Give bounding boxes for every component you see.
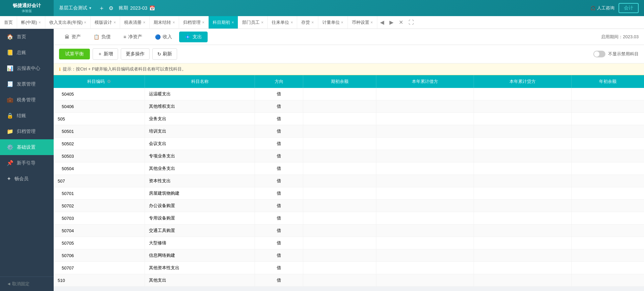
- sub-nav: 🏛 资产 📋 负债 ≡ 净资产 🔵 收入 💠 支出 启用期间：2023.03: [54, 29, 644, 45]
- tab-prev-button[interactable]: ◀: [377, 16, 387, 29]
- table-row[interactable]: 50704 交通工具购置 借: [54, 225, 644, 237]
- cell-code: 507: [54, 175, 145, 187]
- sidebar-item-home[interactable]: 🏠 首页: [0, 29, 54, 45]
- add-company-icon[interactable]: ＋: [99, 4, 105, 12]
- sidebar-item-label: 结账: [17, 113, 26, 119]
- sidebar-item-label: 税务管理: [17, 97, 36, 103]
- cell-name: 专用设备购置: [145, 212, 255, 225]
- close-icon[interactable]: ×: [290, 20, 293, 25]
- tab-midterm[interactable]: 帐(中期) ×: [17, 16, 45, 29]
- table-row[interactable]: 505 业务支出 借: [54, 113, 644, 125]
- cell-ytd-credit: [474, 175, 572, 187]
- tab-home[interactable]: 首页: [0, 16, 17, 29]
- close-icon[interactable]: ×: [39, 20, 41, 25]
- cell-year-opening: [572, 162, 644, 175]
- table-row[interactable]: 50703 专用设备购置 借: [54, 212, 644, 225]
- table-row[interactable]: 50504 其他业务支出 借: [54, 162, 644, 175]
- cell-direction: 借: [255, 249, 303, 262]
- tab-template[interactable]: 模版设计 ×: [91, 16, 120, 29]
- sidebar-item-ledger[interactable]: 📒 总账: [0, 45, 54, 60]
- sidebar-item-closing[interactable]: 🔒 结账: [0, 108, 54, 124]
- sub-tab-expense[interactable]: 💠 支出: [179, 32, 208, 42]
- table-row[interactable]: 510 其他支出 借: [54, 274, 644, 287]
- sidebar-pin-button[interactable]: ◄ 取消固定: [0, 277, 54, 291]
- add-button[interactable]: ＋ 新增: [93, 48, 118, 60]
- cell-code: 50405: [54, 88, 145, 100]
- tab-tax-list[interactable]: 税表清册 ×: [120, 16, 150, 29]
- sidebar-item-settings[interactable]: ⚙️ 基础设置: [0, 139, 54, 155]
- close-icon[interactable]: ×: [371, 20, 373, 25]
- cell-direction: 借: [255, 162, 303, 175]
- tab-partners[interactable]: 往来单位 ×: [268, 16, 297, 29]
- company-selector[interactable]: 基层工会测试 ▾: [59, 5, 93, 11]
- table-row[interactable]: 507 资本性支出 借: [54, 175, 644, 187]
- sidebar-item-member[interactable]: ✦ 畅会员: [0, 171, 54, 187]
- col-ytd-credit: 本年累计贷方: [474, 75, 572, 88]
- tab-inventory[interactable]: 存货 ×: [297, 16, 318, 29]
- close-icon[interactable]: ×: [84, 20, 86, 25]
- cell-code: 50705: [54, 237, 145, 249]
- table-row[interactable]: 50706 信息网络购建 借: [54, 249, 644, 262]
- tab-period-carry[interactable]: 期末结转 ×: [150, 16, 179, 29]
- expense-icon: 💠: [185, 34, 191, 40]
- cell-opening-balance: [303, 175, 376, 187]
- sub-tab-net-asset[interactable]: ≡ 净资产: [118, 32, 148, 42]
- sub-tab-asset[interactable]: 🏛 资产: [59, 32, 87, 42]
- sub-tab-liability[interactable]: 📋 负债: [88, 32, 116, 42]
- table-row[interactable]: 50705 大型修缮 借: [54, 237, 644, 249]
- tab-income-report[interactable]: 收入支出表(年报) ×: [45, 16, 91, 29]
- service-button[interactable]: 🎧 人工咨询: [590, 5, 614, 11]
- tab-label: 归档管理: [183, 19, 201, 26]
- refresh-button[interactable]: ↻ 刷新: [152, 48, 177, 60]
- table-row[interactable]: 50503 专项业务支出 借: [54, 150, 644, 162]
- table-row[interactable]: 50502 会议支出 借: [54, 138, 644, 150]
- pin-label: ◄ 取消固定: [7, 281, 30, 287]
- close-icon[interactable]: ×: [231, 20, 234, 25]
- tab-currency[interactable]: 币种设置 ×: [348, 16, 377, 29]
- tab-label: 模版设计: [95, 19, 112, 26]
- table-row[interactable]: 50707 其他资本性支出 借: [54, 262, 644, 274]
- cell-ytd-debit: [376, 262, 474, 274]
- sub-tab-income[interactable]: 🔵 收入: [149, 32, 178, 42]
- close-icon[interactable]: ×: [143, 20, 145, 25]
- cell-name: 交通工具购置: [145, 225, 255, 237]
- table-row[interactable]: 50701 房屋建筑物购建 借: [54, 187, 644, 200]
- tab-next-button[interactable]: ▶: [387, 16, 396, 29]
- subject-table: 科目编码 ⚙ 科目名称 方向 期初余额 本年累计借方 本年累计贷方 年初余额 5…: [54, 75, 644, 287]
- close-icon[interactable]: ×: [311, 20, 314, 25]
- account-button[interactable]: 会计: [619, 3, 639, 13]
- close-icon[interactable]: ×: [261, 20, 263, 25]
- close-icon[interactable]: ×: [341, 20, 343, 25]
- sidebar-item-archive[interactable]: 📁 归档管理: [0, 124, 54, 139]
- sidebar-item-guide[interactable]: 📌 新手引导: [0, 155, 54, 171]
- cell-opening-balance: [303, 88, 376, 100]
- more-button[interactable]: 更多操作: [121, 48, 150, 60]
- tab-archive[interactable]: 归档管理 ×: [179, 16, 209, 29]
- close-icon[interactable]: ×: [113, 20, 116, 25]
- guide-icon: 📌: [7, 160, 13, 166]
- disabled-subject-toggle[interactable]: [593, 51, 605, 57]
- tab-expand-button[interactable]: ⛶: [406, 16, 417, 29]
- cell-opening-balance: [303, 262, 376, 274]
- tab-close-all-button[interactable]: ✕: [396, 16, 406, 29]
- gear-icon[interactable]: ⚙: [107, 79, 111, 84]
- balance-button[interactable]: 试算平衡: [59, 49, 90, 59]
- cell-name: 培训支出: [145, 125, 255, 138]
- table-row[interactable]: 50405 运温暖支出 借: [54, 88, 644, 100]
- tab-subject-initial[interactable]: 科目期初 ×: [209, 16, 238, 29]
- close-icon[interactable]: ×: [202, 20, 204, 25]
- settings-icon[interactable]: ⚙: [109, 5, 113, 11]
- calendar-icon[interactable]: 📅: [149, 5, 155, 11]
- close-icon[interactable]: ×: [172, 20, 175, 25]
- table-row[interactable]: 50501 培训支出 借: [54, 125, 644, 138]
- cell-ytd-debit: [376, 150, 474, 162]
- table-row[interactable]: 50702 办公设备购置 借: [54, 200, 644, 212]
- tab-department[interactable]: 部门员工 ×: [238, 16, 268, 29]
- tab-unit[interactable]: 计量单位 ×: [318, 16, 348, 29]
- table-row[interactable]: 50406 其他维权支出 借: [54, 100, 644, 113]
- sidebar-item-tax[interactable]: 💼 税务管理: [0, 92, 54, 108]
- sidebar-item-reports[interactable]: 📊 云报表中心: [0, 60, 54, 76]
- sidebar-item-invoice[interactable]: 🧾 发票管理: [0, 76, 54, 92]
- cell-ytd-debit: [376, 274, 474, 287]
- sidebar-item-label: 畅会员: [14, 176, 29, 182]
